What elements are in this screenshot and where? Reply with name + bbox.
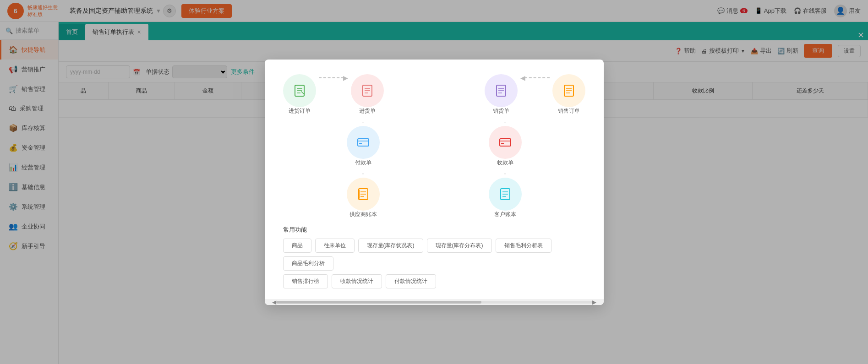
dialog: 进货订单 ▶ 进货单 bbox=[265, 60, 604, 305]
svg-rect-20 bbox=[359, 143, 362, 144]
payment-label: 付款单 bbox=[355, 159, 371, 167]
dialog-content: 进货订单 ▶ 进货单 bbox=[265, 60, 604, 299]
supplier-account-label: 供应商账本 bbox=[349, 211, 377, 218]
scrollbar-track[interactable] bbox=[276, 301, 592, 304]
func-btn-stock-status[interactable]: 现存量(库存状况表) bbox=[358, 239, 423, 253]
sale-label: 销货单 bbox=[493, 107, 509, 115]
func-btn-product[interactable]: 商品 bbox=[283, 239, 311, 253]
svg-rect-18 bbox=[358, 139, 369, 146]
common-functions-title: 常用功能 bbox=[283, 226, 585, 234]
supplier-account-icon bbox=[347, 178, 380, 211]
scroll-right-button[interactable]: ▶ bbox=[592, 299, 596, 305]
customer-account-icon bbox=[489, 178, 522, 211]
purchase-order-icon bbox=[283, 74, 316, 107]
receipt-icon bbox=[489, 126, 522, 159]
scroll-left-button[interactable]: ◀ bbox=[272, 299, 276, 305]
flow-col-purchase-order: 进货订单 bbox=[283, 74, 316, 115]
func-btn-payment-stats[interactable]: 付款情况统计 bbox=[386, 274, 436, 288]
svg-rect-23 bbox=[501, 143, 504, 144]
purchase-order-label: 进货订单 bbox=[289, 107, 311, 115]
func-btn-sales-profit[interactable]: 销售毛利分析表 bbox=[496, 239, 551, 253]
payment-icon bbox=[347, 126, 380, 159]
func-btn-partner[interactable]: 往来单位 bbox=[315, 239, 355, 253]
flow-col-supplier-account: ↓ 供应商账本 bbox=[347, 168, 380, 218]
func-btn-product-profit[interactable]: 商品毛利分析 bbox=[283, 256, 333, 271]
flow-diagram: 进货订单 ▶ 进货单 bbox=[283, 74, 585, 218]
sale-icon bbox=[485, 74, 518, 107]
flow-col-customer-account: ↓ 客户账本 bbox=[489, 168, 522, 218]
func-btn-sales-rank[interactable]: 销售排行榜 bbox=[283, 274, 328, 288]
svg-rect-21 bbox=[500, 139, 511, 146]
purchase-icon bbox=[351, 74, 384, 107]
function-buttons-row2: 销售排行榜 收款情况统计 付款情况统计 bbox=[283, 274, 585, 288]
dialog-scrollbar: ◀ ▶ bbox=[265, 299, 604, 305]
scrollbar-thumb[interactable] bbox=[276, 301, 482, 304]
purchase-label: 进货单 bbox=[359, 107, 376, 115]
sale-order-icon bbox=[552, 74, 585, 107]
customer-account-label: 客户账本 bbox=[494, 211, 516, 218]
sale-order-label: 销售订单 bbox=[558, 107, 580, 115]
flow-col-sale-order: 销售订单 bbox=[552, 74, 585, 115]
dialog-overlay[interactable]: 进货订单 ▶ 进货单 bbox=[0, 0, 868, 364]
func-btn-stock-dist[interactable]: 现存量(库存分布表) bbox=[427, 239, 492, 253]
receipt-label: 收款单 bbox=[497, 159, 513, 167]
func-btn-receipt-stats[interactable]: 收款情况统计 bbox=[332, 274, 382, 288]
function-buttons-row1: 商品 往来单位 现存量(库存状况表) 现存量(库存分布表) 销售毛利分析表 商品… bbox=[283, 239, 585, 271]
flow-col-receipt: ↓ 收款单 bbox=[489, 117, 522, 167]
flow-col-sale: 销货单 bbox=[485, 74, 518, 115]
flow-col-purchase: 进货单 bbox=[351, 74, 384, 115]
svg-rect-28 bbox=[358, 190, 360, 199]
common-functions: 常用功能 商品 往来单位 现存量(库存状况表) 现存量(库存分布表) 销售毛利分… bbox=[283, 226, 585, 288]
flow-col-payment: ↓ 付款单 bbox=[347, 117, 380, 167]
